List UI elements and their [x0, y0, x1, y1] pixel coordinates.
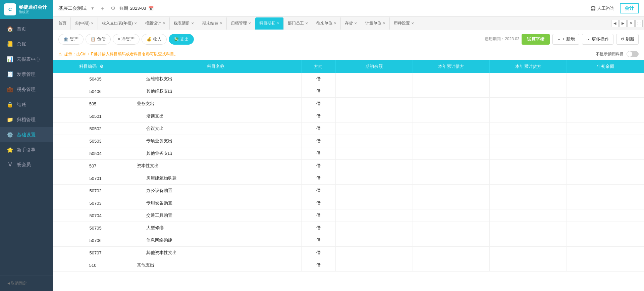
- tab-template[interactable]: 模版设计 ✕: [141, 17, 170, 30]
- tab-home[interactable]: 首页: [54, 17, 71, 30]
- header-icons: 🎧 人工咨询 会计: [588, 3, 639, 13]
- add-record-button[interactable]: ＋ + 新增: [552, 34, 579, 45]
- tab-close-contact[interactable]: ✕: [334, 21, 336, 25]
- table-row[interactable]: 50705 大型修缮 借: [53, 222, 644, 234]
- tab-close-subject[interactable]: ✕: [277, 21, 279, 25]
- tab-currency[interactable]: 币种设置 ✕: [390, 17, 418, 30]
- sidebar-item-guide[interactable]: 🌟新手引导: [0, 142, 53, 157]
- sidebar-item-basic[interactable]: ⚙️基础设置: [0, 127, 53, 142]
- sidebar-item-invoice[interactable]: 🧾发票管理: [0, 67, 53, 82]
- tab-expand-button[interactable]: ⛶: [635, 20, 643, 27]
- cat-tab-net-asset[interactable]: ≡ 净资产: [113, 34, 140, 45]
- cell-code: 50702: [53, 185, 130, 197]
- tab-close-unit[interactable]: ✕: [383, 21, 385, 25]
- tab-tax[interactable]: 税表清册 ✕: [170, 17, 198, 30]
- tab-close-yearend[interactable]: ✕: [220, 21, 222, 25]
- cell-year-opening: [567, 73, 644, 85]
- cell-dir: 借: [301, 259, 335, 272]
- tab-close-currency[interactable]: ✕: [411, 21, 414, 25]
- table-row[interactable]: 50706 信息网络购建 借: [53, 234, 644, 247]
- add-tab-button[interactable]: ＋: [99, 4, 107, 12]
- action-buttons: 试算平衡 ＋ + 新增 ⋯ 更多操作 ↺ 刷新: [522, 34, 639, 45]
- sidebar-label-ledger: 总账: [17, 41, 26, 47]
- tab-archive[interactable]: 归档管理 ✕: [227, 17, 255, 30]
- table-row[interactable]: 50703 专用设备购置 借: [53, 197, 644, 209]
- tab-prev-button[interactable]: ◀: [611, 20, 619, 27]
- cell-dir: 借: [301, 197, 335, 209]
- cell-opening: [335, 135, 413, 147]
- cell-ytd-credit: [490, 160, 567, 172]
- cell-opening: [335, 209, 413, 222]
- settings-icon[interactable]: ⚙: [111, 5, 115, 11]
- tab-dept[interactable]: 部门员工 ✕: [284, 17, 312, 30]
- cell-opening: [335, 185, 413, 197]
- sidebar-label-tax: 税务管理: [17, 87, 36, 93]
- tab-stock[interactable]: 存货 ✕: [341, 17, 361, 30]
- disable-toggle[interactable]: [627, 51, 639, 57]
- tab-subject[interactable]: 科目期初 ✕: [255, 17, 284, 30]
- table-row[interactable]: 50502 会议支出 借: [53, 123, 644, 135]
- cell-code: 50504: [53, 147, 130, 160]
- table-row[interactable]: 50707 其他资本性支出 借: [53, 247, 644, 259]
- table-row[interactable]: 50704 交通工具购置 借: [53, 209, 644, 222]
- tab-close-archive[interactable]: ✕: [248, 21, 251, 25]
- tab-close-period[interactable]: ✕: [91, 21, 94, 25]
- calc-balance-button[interactable]: 试算平衡: [522, 34, 550, 45]
- table-row[interactable]: 50504 其他业务支出 借: [53, 147, 644, 160]
- cell-opening: [335, 123, 413, 135]
- account-button[interactable]: 会计: [620, 3, 639, 13]
- cell-year-opening: [567, 259, 644, 272]
- tab-close-dept[interactable]: ✕: [305, 21, 308, 25]
- cat-tab-income[interactable]: 💰 收入: [142, 34, 167, 45]
- tab-unit[interactable]: 计量单位 ✕: [361, 17, 390, 30]
- refresh-button[interactable]: ↺ 刷新: [616, 34, 639, 45]
- tab-close-template[interactable]: ✕: [163, 21, 165, 25]
- sidebar-item-tax[interactable]: 💼税务管理: [0, 82, 53, 97]
- company-dropdown-icon[interactable]: ▼: [91, 6, 95, 11]
- tab-yearend[interactable]: 期末结转 ✕: [198, 17, 227, 30]
- close-icon: 🔒: [7, 101, 13, 108]
- tab-bar: 首页 ㊎(中期) ✕ 收入支出表(年报) ✕ 模版设计 ✕ 税表清册 ✕ 期末结…: [53, 17, 644, 30]
- table-row[interactable]: 50405 运维维权支出 借: [53, 73, 644, 85]
- more-actions-button[interactable]: ⋯ 更多操作: [582, 34, 614, 45]
- sidebar-item-ledger[interactable]: 📒总账: [0, 37, 53, 52]
- col-header-name: 科目名称: [130, 60, 302, 73]
- tab-close-all-button[interactable]: ✕: [627, 20, 635, 27]
- info-bar: ⚠ 提示：按Ctrl + F键并输入科目编码或者科目名称可以查找科目。 不显示禁…: [53, 48, 644, 60]
- sidebar-item-reports[interactable]: 📊云报表中心: [0, 52, 53, 67]
- col-header-dir: 方向: [301, 60, 335, 73]
- table-row[interactable]: 50503 专项业务支出 借: [53, 135, 644, 147]
- calendar-icon[interactable]: 📅: [148, 6, 154, 11]
- table-row[interactable]: 505 业务支出 借: [53, 98, 644, 110]
- table-row[interactable]: 510 其他支出 借: [53, 259, 644, 272]
- tab-close-tax[interactable]: ✕: [191, 21, 194, 25]
- cat-tab-liability[interactable]: 📋 负债: [86, 34, 111, 45]
- tab-contact[interactable]: 往来单位 ✕: [312, 17, 341, 30]
- cell-year-opening: [567, 222, 644, 234]
- table-row[interactable]: 507 资本性支出 借: [53, 160, 644, 172]
- cell-name: 专项业务支出: [130, 135, 302, 147]
- cat-tab-expense[interactable]: 💸 支出: [169, 34, 194, 45]
- sidebar-item-close[interactable]: 🔒结账: [0, 97, 53, 112]
- table-row[interactable]: 50406 其他维权支出 借: [53, 85, 644, 98]
- guide-icon: 🌟: [7, 147, 13, 153]
- archive-icon: 📁: [7, 116, 13, 123]
- cell-year-opening: [567, 160, 644, 172]
- sidebar-item-member[interactable]: V畅会员: [0, 157, 53, 172]
- sidebar-item-archive[interactable]: 📁归档管理: [0, 112, 53, 127]
- cat-tab-asset[interactable]: 🏦 资产: [58, 34, 84, 45]
- table-row[interactable]: 50701 房屋建筑物购建 借: [53, 172, 644, 185]
- consult-button[interactable]: 🎧 人工咨询: [588, 4, 617, 13]
- sidebar-item-home[interactable]: 🏠首页: [0, 21, 53, 37]
- tab-income[interactable]: 收入支出表(年报) ✕: [98, 17, 141, 30]
- table-row[interactable]: 50501 培训支出 借: [53, 110, 644, 123]
- cell-opening: [335, 98, 413, 110]
- tab-next-button[interactable]: ▶: [619, 20, 627, 27]
- cell-ytd-debit: [413, 85, 490, 98]
- cancel-fixed-btn[interactable]: ◄取消固定: [0, 276, 53, 291]
- col-settings-icon[interactable]: ⚙: [100, 64, 104, 69]
- table-row[interactable]: 50702 办公设备购置 借: [53, 185, 644, 197]
- tab-period[interactable]: ㊎(中期) ✕: [71, 17, 98, 30]
- tab-close-stock[interactable]: ✕: [354, 21, 357, 25]
- tab-close-income[interactable]: ✕: [134, 21, 137, 25]
